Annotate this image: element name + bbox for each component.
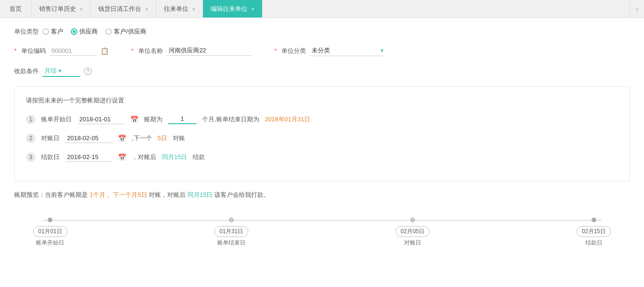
unit-code-label: 单位编码 <box>21 47 46 55</box>
preview-text: 账期预览：当前客户账期是 1个月， 下一个月5日 对账，对账后 同月15日 该客… <box>14 191 630 199</box>
point-dot-start <box>48 218 52 222</box>
tab-home[interactable]: 首页 <box>0 0 32 17</box>
point-sublabel-start: 账单开始日 <box>36 239 64 247</box>
radio-supplier[interactable]: 供应商 <box>71 27 98 36</box>
unit-name-group: * 单位名称 <box>131 46 252 56</box>
radio-both[interactable]: 客户/供应商 <box>105 27 146 36</box>
point-sublabel-end-bill: 账单结束日 <box>217 239 246 247</box>
row-label-3: 结款日 <box>41 153 59 161</box>
point-label-start: 01月01日 <box>33 226 68 237</box>
suffix-after-2: 对账 <box>173 134 185 143</box>
radio-both-circle <box>105 28 112 35</box>
unit-code-input[interactable] <box>50 46 97 56</box>
settings-title: 请按照未来的一个完整帐期进行设置 <box>26 96 618 105</box>
unit-name-label: 单位名称 <box>138 47 163 55</box>
preview-middle: 对账，对账后 <box>149 191 186 198</box>
unit-class-group: * 单位分类 未分类 ▾ <box>274 45 385 56</box>
payment-label: 收款条件 <box>14 67 39 76</box>
suffix-before-1: 账期为 <box>144 115 162 124</box>
tab-sales-history[interactable]: 销售订单历史 × <box>32 0 91 17</box>
unit-info-row: * 单位编码 📋 * 单位名称 * 单位分类 未分类 ▾ <box>14 45 630 56</box>
tab-cash-work[interactable]: 钱货日清工作台 × <box>91 0 156 17</box>
row-label-2: 对账日 <box>41 134 59 143</box>
preview-part2: 下一个月5日 <box>113 191 147 198</box>
row-num-3: 3 <box>26 152 35 162</box>
timeline: 01月01日 账单开始日 01月31日 账单结束日 02月05日 对账日 02月… <box>33 211 611 247</box>
tab-sales-history-close[interactable]: × <box>80 6 83 12</box>
tab-partner[interactable]: 往来单位 × <box>156 0 203 17</box>
copy-icon[interactable]: 📋 <box>101 47 109 55</box>
unit-class-label: 单位分类 <box>281 47 306 55</box>
chevron-down-icon: ▾ <box>381 47 383 54</box>
tab-edit-partner-close[interactable]: × <box>251 6 254 12</box>
timeline-points: 01月01日 账单开始日 01月31日 账单结束日 02月05日 对账日 02月… <box>33 211 611 247</box>
preview-part1: 1个月， <box>90 191 111 198</box>
suffix-before-2: ,下一个 <box>132 134 152 143</box>
payment-row: 收款条件 月结 ▾ ? <box>14 66 630 77</box>
suffix-after-3: 结款 <box>193 153 205 161</box>
unit-type-label: 单位类型 <box>14 27 39 36</box>
timeline-point-start: 01月01日 账单开始日 <box>33 211 68 247</box>
tab-cash-work-close[interactable]: × <box>145 6 148 12</box>
payment-select[interactable]: 月结 ▾ <box>42 66 80 77</box>
tab-sales-history-label: 销售订单历史 <box>39 5 76 13</box>
tab-home-label: 首页 <box>9 5 22 13</box>
radio-supplier-circle <box>71 28 77 35</box>
unit-class-value: 未分类 <box>312 46 379 55</box>
tab-cash-work-label: 钱货日清工作台 <box>98 5 141 13</box>
highlight-date-1: 2018年01月31日 <box>265 115 311 124</box>
highlight-day-3: 同月15日 <box>162 153 187 161</box>
tab-partner-label: 往来单位 <box>164 5 188 13</box>
preview-part3: 同月15日 <box>187 191 212 198</box>
row-num-1: 1 <box>26 115 35 124</box>
main-content: 单位类型 客户 供应商 客户/供应商 * 单位编码 📋 * <box>0 18 644 287</box>
required-class: * <box>274 47 277 54</box>
suffix-after-1: 个月,账单结束日期为 <box>202 115 259 124</box>
calendar-icon-3[interactable]: 📅 <box>118 153 126 161</box>
calendar-icon-1[interactable]: 📅 <box>130 116 138 123</box>
required-code: * <box>14 47 17 54</box>
setting-row-1: 1 账单开始日 📅 账期为 个月,账单结束日期为 2018年01月31日 <box>26 114 618 124</box>
unit-name-input[interactable] <box>167 46 252 56</box>
radio-group: 客户 供应商 客户/供应商 <box>42 27 146 36</box>
radio-customer[interactable]: 客户 <box>42 27 63 36</box>
point-dot-payment <box>592 218 596 222</box>
help-icon[interactable]: ? <box>84 68 92 75</box>
radio-both-label: 客户/供应商 <box>114 27 146 36</box>
calendar-icon-2[interactable]: 📅 <box>118 135 126 142</box>
row-num-2: 2 <box>26 134 35 143</box>
preview-suffix: 该客户会给我打款。 <box>214 191 270 198</box>
date-input-2[interactable] <box>65 134 112 143</box>
unit-type-row: 单位类型 客户 供应商 客户/供应商 <box>14 27 630 36</box>
point-label-reconcile: 02月05日 <box>396 226 430 237</box>
row-label-1: 账单开始日 <box>41 115 72 124</box>
required-name: * <box>131 47 134 54</box>
tab-bar: 首页 销售订单历史 × 钱货日清工作台 × 往来单位 × 编辑往来单位 × › <box>0 0 644 18</box>
unit-code-group: * 单位编码 📋 <box>14 46 109 56</box>
period-input[interactable] <box>168 114 196 124</box>
tab-edit-partner[interactable]: 编辑往来单位 × <box>203 0 262 17</box>
point-label-payment: 02月15日 <box>576 226 611 237</box>
setting-row-3: 3 结款日 📅 ，对账后 同月15日 结款 <box>26 152 618 162</box>
tab-more-arrow[interactable]: › <box>630 0 644 17</box>
date-input-3[interactable] <box>65 152 112 162</box>
point-dot-end-bill <box>229 218 234 222</box>
suffix-before-3: ，对账后 <box>132 153 156 161</box>
tab-partner-close[interactable]: × <box>192 6 195 12</box>
point-label-end-bill: 01月31日 <box>214 226 249 237</box>
point-dot-reconcile <box>410 218 415 222</box>
date-input-1[interactable] <box>77 115 125 124</box>
payment-value: 月结 <box>44 67 57 75</box>
tab-edit-partner-label: 编辑往来单位 <box>211 5 247 13</box>
timeline-point-reconcile: 02月05日 对账日 <box>396 211 430 247</box>
point-sublabel-payment: 结款日 <box>585 239 602 247</box>
unit-class-select[interactable]: 未分类 ▾ <box>310 45 385 56</box>
setting-row-2: 2 对账日 📅 ,下一个 5日 对账 <box>26 134 618 143</box>
timeline-point-payment: 02月15日 结款日 <box>576 211 611 247</box>
radio-customer-label: 客户 <box>51 27 63 36</box>
preview-prefix: 账期预览：当前客户账期是 <box>14 191 88 198</box>
highlight-day-2: 5日 <box>158 134 167 143</box>
radio-customer-circle <box>42 28 49 35</box>
help-mark: ? <box>86 68 89 74</box>
radio-supplier-label: 供应商 <box>79 27 98 36</box>
